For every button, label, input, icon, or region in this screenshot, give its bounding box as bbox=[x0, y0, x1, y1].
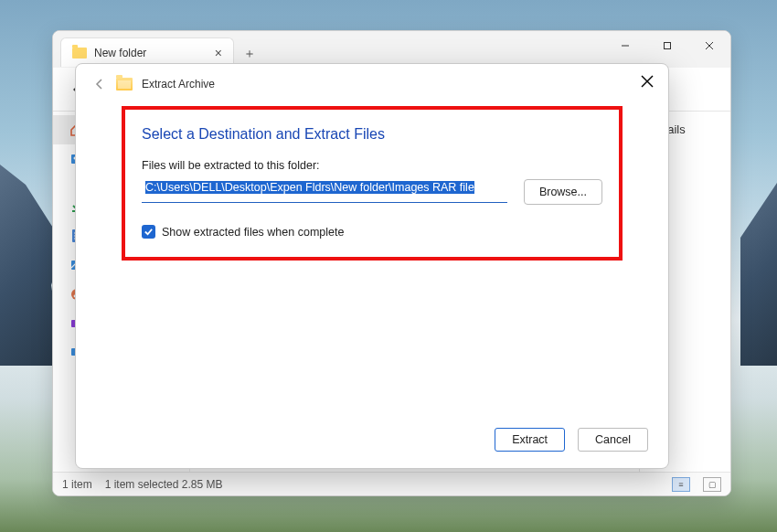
dialog-header: Extract Archive bbox=[76, 64, 668, 99]
path-value: C:\Users\DELL\Desktop\Expen Fldrs\New fo… bbox=[145, 181, 474, 194]
dialog-button-row: Extract Cancel bbox=[76, 417, 668, 468]
window-controls bbox=[604, 31, 730, 60]
explorer-titlebar: New folder × ＋ bbox=[53, 31, 730, 68]
close-button[interactable] bbox=[688, 31, 730, 60]
path-label: Files will be extracted to this folder: bbox=[142, 159, 602, 172]
svg-rect-1 bbox=[665, 43, 671, 49]
view-details-button[interactable]: ≡ bbox=[672, 477, 690, 492]
folder-icon bbox=[72, 48, 87, 59]
maximize-button[interactable] bbox=[646, 31, 688, 60]
checkbox-label: Show extracted files when complete bbox=[162, 226, 344, 239]
status-item-count: 1 item bbox=[62, 478, 92, 491]
extract-button[interactable]: Extract bbox=[495, 428, 565, 452]
view-thumbnails-button[interactable]: ▢ bbox=[703, 477, 721, 492]
archive-folder-icon bbox=[116, 78, 133, 90]
highlight-box: Select a Destination and Extract Files F… bbox=[122, 106, 623, 261]
tab-title: New folder bbox=[94, 47, 208, 59]
wizard-title: Select a Destination and Extract Files bbox=[142, 126, 602, 143]
extract-archive-dialog: Extract Archive Select a Destination and… bbox=[75, 63, 669, 469]
status-selected: 1 item selected 2.85 MB bbox=[105, 478, 223, 491]
dialog-close-button[interactable] bbox=[641, 75, 655, 90]
minimize-button[interactable] bbox=[604, 31, 646, 60]
dialog-title: Extract Archive bbox=[142, 78, 215, 90]
cancel-button[interactable]: Cancel bbox=[578, 428, 648, 452]
new-tab-button[interactable]: ＋ bbox=[243, 46, 256, 62]
tab-close-icon[interactable]: × bbox=[215, 46, 222, 60]
status-bar: 1 item 1 item selected 2.85 MB ≡ ▢ bbox=[53, 472, 730, 495]
show-files-checkbox[interactable] bbox=[142, 225, 155, 239]
browse-button[interactable]: Browse... bbox=[524, 179, 602, 205]
dialog-back-button[interactable] bbox=[92, 77, 107, 91]
destination-path-input[interactable]: C:\Users\DELL\Desktop\Expen Fldrs\New fo… bbox=[142, 181, 507, 203]
